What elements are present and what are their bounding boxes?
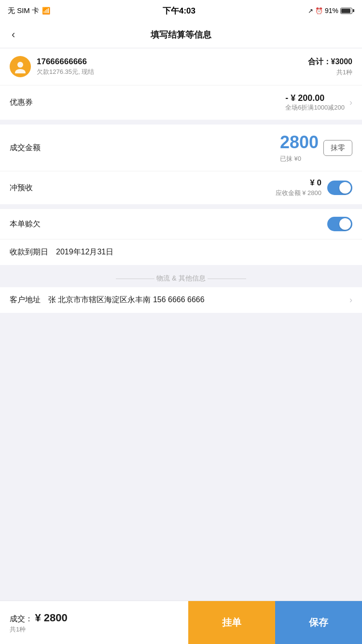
debt-row: 本单赊欠 [0,209,362,239]
debt-toggle[interactable] [327,217,352,231]
coupon-value-block: - ¥ 200.00 全场6折满1000减200 [285,93,345,112]
pre-collect-label: 冲预收 [10,183,33,193]
pre-collect-right: ¥ 0 应收金额 ¥ 2800 [276,178,352,197]
deal-amount-card: 成交金额 2800 已抹 ¥0 抹零 冲预收 ¥ 0 应收金额 ¥ 2800 [0,125,362,204]
pre-collect-receivable: 应收金额 ¥ 2800 [276,189,321,197]
nav-bar: ‹ 填写结算等信息 [0,21,362,48]
deal-amount-block: 2800 已抹 ¥0 [280,132,319,163]
coupon-label: 优惠券 [10,98,33,108]
back-button[interactable]: ‹ [8,25,19,45]
address-label: 客户地址 [10,295,43,305]
svg-point-0 [17,62,23,68]
avatar [10,56,31,77]
pre-collect-amount: ¥ 0 [276,178,321,188]
coupon-value: - ¥ 200.00 [285,93,345,103]
due-date-label: 收款到期日 [10,247,48,257]
user-phone: 17666666666 [37,57,94,67]
coupon-desc: 全场6折满1000减200 [285,103,345,112]
location-icon: ↗ [308,7,313,14]
round-button[interactable]: 抹零 [323,140,352,156]
address-chevron-icon: › [349,295,352,305]
pre-collect-toggle[interactable] [327,181,352,195]
bottom-count: 共1种 [10,625,179,634]
bottom-summary: 成交： ¥ 2800 共1种 [0,612,188,634]
total-amount: 合计：¥3000 [308,57,353,67]
coupon-right: - ¥ 200.00 全场6折满1000减200 › [285,93,352,112]
battery-percent: 91% [325,7,338,14]
deal-amount-label: 成交金额 [10,143,41,153]
address-row[interactable]: 客户地址 张 北京市市辖区海淀区永丰南 156 6666 6666 › [0,287,362,313]
logistics-divider: 物流 & 其他信息 [0,270,362,287]
address-value: 张 北京市市辖区海淀区永丰南 156 6666 6666 [48,295,345,305]
bottom-bar: 成交： ¥ 2800 共1种 挂单 保存 [0,601,362,644]
user-left: 17666666666 欠款1276.35元, 现结 [10,56,94,77]
sim-label: 无 SIM 卡 [8,6,39,15]
deal-amount-right: 2800 已抹 ¥0 抹零 [280,132,352,163]
bottom-deal-label: 成交： [10,615,33,623]
alarm-icon: ⏰ [315,7,323,14]
wifi-icon: 📶 [42,7,50,14]
address-card[interactable]: 客户地址 张 北京市市辖区海淀区永丰南 156 6666 6666 › [0,287,362,313]
status-right: ↗ ⏰ 91% [308,7,354,14]
content-area: 17666666666 欠款1276.35元, 现结 合计：¥3000 共1种 … [0,48,362,462]
pend-button[interactable]: 挂单 [188,601,275,644]
debt-label: 本单赊欠 [10,219,41,229]
empty-space [0,318,362,414]
user-card: 17666666666 欠款1276.35元, 现结 合计：¥3000 共1种 … [0,48,362,120]
user-row: 17666666666 欠款1276.35元, 现结 合计：¥3000 共1种 [0,48,362,85]
pre-collect-amount-block: ¥ 0 应收金额 ¥ 2800 [276,178,321,197]
page-title: 填写结算等信息 [151,29,211,41]
status-left: 无 SIM 卡 📶 [8,6,50,15]
status-time: 下午4:03 [163,5,195,16]
svg-point-1 [15,69,26,73]
logistics-label: 物流 & 其他信息 [151,274,211,283]
save-button[interactable]: 保存 [275,601,362,644]
deal-amount-value: 2800 [280,132,319,153]
user-total: 合计：¥3000 共1种 [308,57,353,77]
bottom-deal-line: 成交： ¥ 2800 [10,612,179,624]
total-count: 共1种 [308,68,353,77]
debt-card: 本单赊欠 收款到期日 2019年12月31日 [0,209,362,265]
coupon-chevron-icon: › [349,98,352,108]
deal-amount-row: 成交金额 2800 已抹 ¥0 抹零 [0,125,362,171]
user-info: 17666666666 欠款1276.35元, 现结 [37,57,94,76]
user-sub: 欠款1276.35元, 现结 [37,68,94,76]
due-date-row: 收款到期日 2019年12月31日 [0,239,362,265]
pre-collect-row: 冲预收 ¥ 0 应收金额 ¥ 2800 [0,171,362,204]
battery-icon [340,8,354,14]
status-bar: 无 SIM 卡 📶 下午4:03 ↗ ⏰ 91% [0,0,362,21]
coupon-row[interactable]: 优惠券 - ¥ 200.00 全场6折满1000减200 › [0,85,362,120]
due-date-value: 2019年12月31日 [56,247,113,257]
deal-amount-sub: 已抹 ¥0 [280,154,319,163]
bottom-deal-amount: ¥ 2800 [35,612,67,624]
